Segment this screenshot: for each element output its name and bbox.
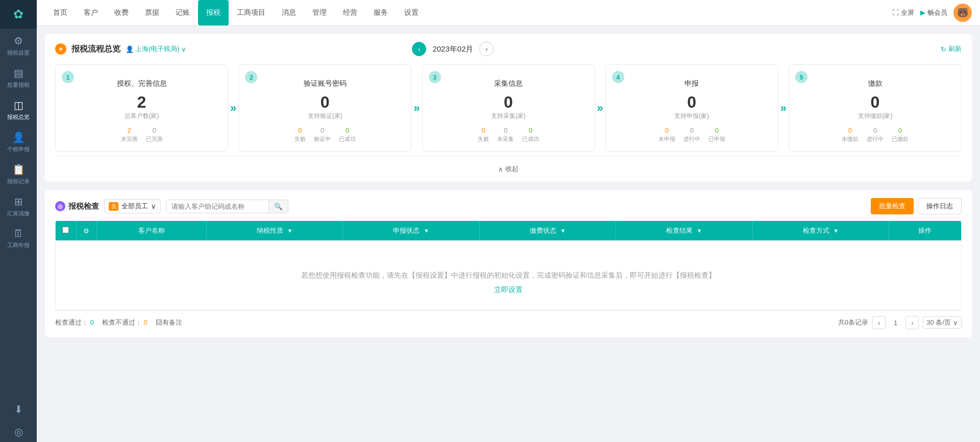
pass-label: 检查通过： 0 (55, 318, 94, 327)
step5-desc: 支持缴款(家) (797, 112, 953, 120)
fullscreen-btn[interactable]: ⛶ 全屏 (892, 8, 914, 17)
sidebar-item-label: 汇算清缴 (7, 210, 30, 217)
th-check-method: 检查方式 ▼ (752, 221, 889, 240)
sidebar-item-location[interactable]: ◎ (0, 420, 37, 442)
nav-invoice[interactable]: 票据 (137, 0, 167, 26)
pass-count[interactable]: 0 (90, 318, 94, 326)
select-all-checkbox[interactable] (62, 227, 69, 233)
nav-bookkeeping[interactable]: 记账 (167, 0, 198, 26)
process-steps: 1 授权、完善信息 2 总客户数(家) 2 未完善 0 已完善 (55, 64, 962, 152)
stat-complete-val[interactable]: 0 (152, 127, 156, 134)
step5-num: 5 (795, 71, 807, 83)
sidebar-item-label: 批量报税 (7, 81, 30, 89)
stat4-declared-label: 已申报 (708, 135, 725, 143)
employee-icon: 员 (109, 202, 118, 211)
vip-btn[interactable]: ▶ 畅会员 (920, 8, 947, 17)
step4-count: 0 (614, 92, 770, 112)
stat4-declared: 0 已申报 (708, 127, 725, 143)
step4-desc: 支持申报(家) (614, 112, 770, 120)
stat3-fail-val[interactable]: 0 (481, 127, 485, 134)
collapse-btn[interactable]: ∧ 收起 (55, 160, 962, 174)
content-area: + 报税流程总览 👤 上海(电子税局) ∨ ‹ 2023年02月 › ↻ 刷新 (37, 26, 980, 442)
filter-method-icon[interactable]: ▼ (833, 228, 839, 234)
stat3-success-label: 已成功 (522, 135, 539, 143)
nav-manage[interactable]: 管理 (304, 0, 335, 26)
batch-check-button[interactable]: 批量检查 (871, 198, 914, 214)
personal-report-icon: 👤 (12, 131, 25, 143)
process-overview-header: + 报税流程总览 👤 上海(电子税局) ∨ ‹ 2023年02月 › ↻ 刷新 (55, 42, 962, 56)
sidebar-item-label: 报税记录 (7, 178, 30, 185)
filter-tax-nature-icon[interactable]: ▼ (287, 228, 293, 234)
stat-incomplete-val[interactable]: 2 (127, 127, 131, 134)
nav-operation[interactable]: 经营 (335, 0, 365, 26)
table-empty-message: 若您想使用报税检查功能，请先在【报税设置】中进行报税的初始化设置，完成密码验证和… (56, 240, 961, 310)
step3-count: 0 (431, 92, 586, 112)
location-selector[interactable]: 👤 上海(电子税局) ∨ (126, 44, 186, 54)
process-step-4: 4 申报 0 支持申报(家) 0 未申报 0 进行中 (605, 64, 778, 152)
prev-month-btn[interactable]: ‹ (412, 42, 426, 56)
sidebar-item-tax-records[interactable]: 📋 报税记录 (0, 157, 37, 189)
process-step-3: 3 采集信息 0 支持采集(家) 0 失败 0 未采集 (422, 64, 595, 152)
sidebar-item-batch-tax[interactable]: ▤ 批量报税 (0, 61, 37, 93)
next-page-btn[interactable]: › (905, 316, 919, 329)
stat2-verifying-val[interactable]: 0 (321, 127, 324, 134)
stat3-success: 0 已成功 (522, 127, 539, 143)
stat5-unpaid-val[interactable]: 0 (848, 127, 852, 134)
sidebar-item-tax-settings[interactable]: ⚙ 报税设置 (0, 29, 37, 61)
nav-customer[interactable]: 客户 (76, 0, 106, 26)
sidebar-item-tax-overview[interactable]: ◫ 报税总览 (0, 93, 37, 125)
stat4-undeclared-val[interactable]: 0 (665, 127, 669, 134)
stat3-success-val[interactable]: 0 (529, 127, 532, 134)
step5-name: 缴款 (797, 75, 953, 88)
step1-num: 1 (62, 71, 74, 83)
sidebar-item-personal-report[interactable]: 👤 个税申报 (0, 125, 37, 157)
employee-selector[interactable]: 员 全部员工 ∨ (104, 199, 161, 213)
stat5-paid-label: 已缴款 (892, 135, 909, 143)
table-container: ⚙ 客户名称 纳税性质 ▼ 申报状态 ▼ (55, 220, 962, 311)
operation-log-button[interactable]: 操作日志 (918, 198, 962, 214)
sidebar-item-download[interactable]: ⬇ (0, 397, 37, 420)
nav-fee[interactable]: 收费 (106, 0, 137, 26)
arrow-3-4: » (595, 64, 605, 152)
stat5-paid-val[interactable]: 0 (898, 127, 902, 134)
avatar[interactable]: 🐻 (953, 4, 972, 22)
sidebar-item-label: 报税总览 (7, 113, 30, 121)
nav-tax[interactable]: 报税 (198, 0, 229, 26)
fail-count[interactable]: 0 (143, 318, 147, 326)
arrow-1-2: » (228, 64, 238, 152)
filter-result-icon[interactable]: ▼ (697, 228, 702, 234)
setup-link[interactable]: 立即设置 (56, 285, 961, 294)
step5-count: 0 (797, 92, 953, 112)
check-header: ◎ 报税检查 员 全部员工 ∨ 🔍 批量检查 操作日志 (55, 198, 962, 214)
gear-icon[interactable]: ⚙ (83, 227, 89, 235)
collapse-icon: ∧ (498, 165, 503, 173)
nav-home[interactable]: 首页 (45, 0, 76, 26)
stat3-uncollected-val[interactable]: 0 (504, 127, 507, 134)
nav-message[interactable]: 消息 (274, 0, 304, 26)
sidebar-item-annual-report[interactable]: 🗓 工商年报 (0, 222, 37, 253)
search-input[interactable] (166, 200, 268, 213)
refresh-icon: ↻ (941, 45, 946, 53)
nav-bizproject[interactable]: 工商项目 (229, 0, 274, 26)
sidebar-item-settlement[interactable]: ⊞ 汇算清缴 (0, 189, 37, 222)
stat2-success-val[interactable]: 0 (346, 127, 349, 134)
search-button[interactable]: 🔍 (268, 200, 288, 213)
month-navigator: ‹ 2023年02月 › (412, 42, 494, 56)
next-month-btn[interactable]: › (479, 42, 494, 56)
stat-incomplete: 2 未完善 (121, 127, 138, 143)
batch-tax-icon: ▤ (14, 67, 23, 79)
first-page-btn[interactable]: ‹ (872, 316, 886, 329)
stat2-success: 0 已成功 (339, 127, 356, 143)
stat4-processing-val[interactable]: 0 (690, 127, 694, 134)
process-overview-title: 报税流程总览 (71, 44, 120, 55)
nav-service[interactable]: 服务 (365, 0, 396, 26)
stat4-declared-val[interactable]: 0 (715, 127, 719, 134)
per-page-selector[interactable]: 30 条/页 ∨ (923, 316, 962, 329)
refresh-btn[interactable]: ↻ 刷新 (941, 44, 962, 54)
filter-declare-icon[interactable]: ▼ (424, 228, 429, 234)
tax-records-icon: 📋 (12, 163, 25, 176)
filter-pay-icon[interactable]: ▼ (560, 228, 566, 234)
stat5-processing-val[interactable]: 0 (873, 127, 877, 134)
stat2-fail-val[interactable]: 0 (298, 127, 302, 134)
nav-settings[interactable]: 设置 (396, 0, 427, 26)
